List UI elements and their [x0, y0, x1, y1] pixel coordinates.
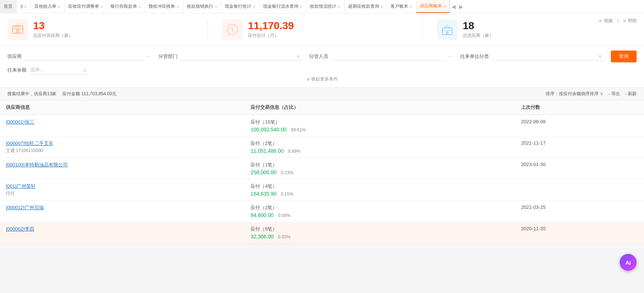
sort-link[interactable]: 排序：按应付余额倒序排序 ∨	[546, 91, 603, 97]
nav-prev-arrow[interactable]: ◀	[450, 0, 457, 13]
payable-amount-info: 11,170.39 应付合计（万）	[248, 20, 294, 39]
supplier-cell: [001]广州荣轩仔仔	[0, 179, 245, 201]
payable-label: 应付	[251, 119, 260, 125]
payable-count: （4笔）	[260, 183, 277, 189]
nav-tab-receipt-verify-close[interactable]: ×	[215, 4, 217, 9]
nav-tab-ar-ap-adjust-close[interactable]: ×	[101, 4, 103, 9]
balance-select[interactable]: 选择... ∨	[29, 65, 88, 75]
nav-tab-customer-ledger-label: 客户账本	[391, 3, 408, 10]
dept-select-arrow: ∨	[297, 54, 300, 59]
payable-count: （5笔）	[260, 226, 277, 232]
person-input[interactable]	[330, 52, 445, 61]
store-icon	[437, 19, 458, 40]
payable-label: 应付	[251, 162, 260, 168]
nav-tab-receipt-stat-close[interactable]: ×	[338, 4, 340, 9]
nav-tab-receipt-stat[interactable]: 收款情况统计 ×	[306, 0, 344, 13]
filter-person: 分管人员 ···	[309, 52, 453, 61]
nav-tab-supplier-ledger-close[interactable]: ×	[444, 4, 446, 8]
collapse-button[interactable]: ∧ 收起更多条件	[7, 75, 637, 85]
total-suppliers-info: 18 总供应商（家）	[463, 20, 494, 39]
video-link[interactable]: ⊙ 视频	[599, 18, 612, 24]
nav-tab-cash-bank-stat-close[interactable]: ×	[253, 4, 255, 9]
export-link[interactable]: ○ 导出	[608, 91, 620, 97]
sort-arrow-icon: ∨	[600, 91, 603, 96]
supplier-link[interactable]: [000002]李四	[6, 226, 34, 232]
payable-amount-line: 11,051,486.009.89%	[251, 148, 509, 154]
payable-cell: 应付（2笔）94,600.000.08%	[245, 201, 515, 222]
table-wrapper: 供应商信息 应付交易信息（占比） 上次付数 [000001]张三应付（15笔）1…	[0, 100, 644, 244]
supplier-link[interactable]: [000100]本特勤油品有限公司	[6, 162, 68, 168]
refresh-link[interactable]: ○ 刷新	[624, 91, 637, 97]
category-select[interactable]: ∨	[491, 52, 604, 61]
supplier-link[interactable]: [000001]张三	[6, 119, 34, 125]
supplier-count-text: 搜索结果中，供应商13家	[7, 91, 56, 97]
nav-tab-customer-ledger[interactable]: 客户账本 ×	[387, 0, 416, 13]
nav-tab-bank-deposit-close[interactable]: ×	[139, 4, 141, 9]
result-bar-right: 排序：按应付余额倒序排序 ∨ ○ 导出 ○ 刷新	[546, 91, 637, 97]
supplier-input[interactable]	[24, 52, 144, 61]
nav-tab-prepay-ar-label: 预收冲应收单	[148, 3, 175, 10]
table-row: [000007]恒旺二手叉车王通 17106110000应付（2笔）11,051…	[0, 137, 644, 158]
supplier-dots[interactable]: ···	[146, 53, 151, 60]
svg-rect-8	[446, 31, 449, 35]
nav-tab-overdue-ar-close[interactable]: ×	[381, 4, 383, 9]
person-dots[interactable]: ···	[448, 53, 452, 60]
supplier-cell: [000100]本特勤油品有限公司	[0, 158, 245, 179]
nav-tab-cash-bank-stat[interactable]: 现金银行统计 ×	[221, 0, 259, 13]
payable-amount-line: 100,092,540.0089.61%	[251, 127, 509, 132]
payable-amount[interactable]: 11,051,486.00	[251, 148, 284, 154]
col-header-payable-info: 应付交易信息（占比）	[245, 100, 515, 115]
supplier-link[interactable]: [001]广州荣轩	[6, 183, 36, 189]
payable-count: （15笔）	[260, 119, 280, 125]
nav-tab-cash-bank-flow-close[interactable]: ×	[300, 4, 302, 9]
nav-tab-3-close[interactable]: ×	[24, 4, 27, 9]
nav-next-arrow[interactable]: ▶	[457, 0, 465, 13]
nav-tab-overdue-ar[interactable]: 超期应收款查询 ×	[344, 0, 387, 13]
export-label: 导出	[611, 91, 620, 97]
filter-area: 供应商 ··· 分管部门 ∨ 分管人员 ··· 往来单位分类 ∨ 查询	[0, 46, 644, 88]
payable-pct: 0.15%	[281, 192, 293, 197]
nav-tab-supplier-ledger[interactable]: 供应商账本 ×	[416, 0, 450, 13]
nav-tab-bank-deposit[interactable]: 银行存取款单 ×	[107, 0, 145, 13]
nav-tab-home[interactable]: 首页	[0, 0, 17, 13]
payable-label: 应付	[251, 183, 260, 189]
result-bar: 搜索结果中，供应商13家 应付金额 111,703,854.00元 排序：按应付…	[0, 88, 644, 100]
nav-tab-cash-bank-flow-label: 现金银行流水查询	[263, 3, 298, 10]
nav-tab-customer-ledger-close[interactable]: ×	[410, 4, 412, 9]
supplier-link[interactable]: [000007]恒旺二手叉车	[6, 141, 53, 146]
table-header-row: 供应商信息 应付交易信息（占比） 上次付数	[0, 100, 644, 115]
collapse-icon: ∧	[307, 77, 310, 82]
nav-tab-cash-bank-flow[interactable]: 现金银行流水查询 ×	[259, 0, 306, 13]
payable-amount[interactable]: 32,366.00	[251, 234, 273, 239]
last-pay-cell	[515, 179, 644, 201]
nav-tab-ar-ap-adjust[interactable]: 应收应付调整单 ×	[64, 0, 107, 13]
supplier-sub: 王通 17106110000	[6, 148, 239, 154]
payable-pct: 9.89%	[288, 149, 301, 154]
nav-tab-3[interactable]: 3 ×	[17, 0, 31, 13]
payable-amount[interactable]: 258,000.00	[251, 169, 276, 175]
nav-tab-prepay-ar-close[interactable]: ×	[176, 4, 179, 9]
svg-rect-2	[16, 29, 20, 33]
nav-tab-receipt-stat-label: 收款情况统计	[310, 3, 336, 10]
dept-select[interactable]: ∨	[180, 52, 302, 61]
filter-balance: 往来余额 选择... ∨	[7, 65, 88, 75]
filter-dept: 分管部门 ∨	[158, 52, 302, 61]
payable-amount[interactable]: 94,600.00	[251, 212, 273, 218]
payable-cell: 应付（1笔）258,000.000.23%	[245, 158, 515, 179]
payable-amount-line: 164,635.900.15%	[251, 191, 509, 197]
help-link[interactable]: ⊙ 帮助	[623, 18, 637, 24]
nav-tab-other-income[interactable]: 其他收入单 ×	[31, 0, 64, 13]
payable-cell: 应付（15笔）100,092,540.0089.61%	[245, 115, 515, 137]
nav-tab-other-income-close[interactable]: ×	[58, 4, 60, 9]
link-separator: ｜	[616, 18, 620, 24]
payable-label: 应付	[251, 205, 260, 210]
nav-tab-prepay-ar[interactable]: 预收冲应收单 ×	[145, 0, 183, 13]
supplier-cell: [000002]李四	[0, 222, 245, 244]
result-bar-left: 搜索结果中，供应商13家 应付金额 111,703,854.00元	[7, 91, 116, 97]
svg-marker-7	[442, 24, 453, 28]
payable-amount[interactable]: 164,635.90	[251, 191, 276, 197]
payable-amount[interactable]: 100,092,540.00	[251, 127, 286, 132]
nav-tab-receipt-verify[interactable]: 收款核销执行 ×	[183, 0, 221, 13]
supplier-link[interactable]: [000012]广州贝瑞	[6, 205, 44, 210]
search-button[interactable]: 查询	[611, 51, 637, 62]
